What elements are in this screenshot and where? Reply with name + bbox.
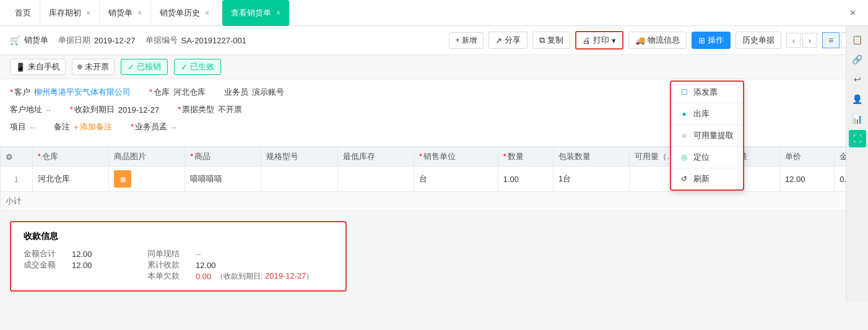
col-quantity: 数量 [498, 147, 553, 167]
row-product: 嘻嘻嘻嘻 [185, 167, 261, 192]
warehouse-field: 仓库 河北仓库 [149, 87, 206, 98]
salesperson-value: 演示账号 [252, 87, 284, 98]
due-date-field: 收款到期日 2019-12-27 [70, 104, 160, 115]
tab-view-sales-order[interactable]: 查看销货单 × [222, 0, 290, 26]
list-view-button[interactable]: ≡ [822, 32, 840, 48]
row-quantity: 1.00 [498, 167, 553, 192]
doc-actions: + 新增 ↗ 分享 ⧉ 复制 🖨 打印 ▾ 🚚 物流信息 [449, 31, 858, 50]
status-bar: 📱 来自手机 未开票 ✓ 已核销 ✓ 已生效 [0, 55, 868, 79]
customer-value[interactable]: 柳州粤港平安气体有限公司 [34, 87, 131, 98]
row-product-img: ▦ [109, 167, 185, 192]
effective-icon: ✓ [181, 63, 188, 72]
sidebar-icon-doc[interactable]: 📋 [849, 31, 866, 48]
mobile-icon: 📱 [15, 63, 25, 72]
prev-button[interactable]: ‹ [786, 33, 801, 48]
new-button[interactable]: + 新增 [449, 32, 484, 49]
menu-add-invoice[interactable]: ☐ 添发票 [671, 82, 743, 103]
content-inner: 🛒 销货单 单据日期 2019-12-27 单据编号 SA-20191227-0… [0, 26, 868, 302]
tab-bar: 首页 库存期初 × 销货单 × 销货单历史 × 查看销货单 × × [0, 0, 868, 26]
doc-number-field: 单据编号 SA-20191227-001 [145, 35, 247, 46]
menu-outbound[interactable]: ● 出库 [671, 103, 743, 124]
doc-date-field: 单据日期 2019-12-27 [58, 35, 136, 46]
tab-sales-order-history[interactable]: 销货单历史 × [151, 0, 219, 26]
col-product-img: 商品图片 [109, 147, 185, 167]
verified-badge[interactable]: ✓ 已核销 [121, 59, 168, 75]
add-note-button[interactable]: 添加备注 [74, 121, 113, 132]
summary-title: 收款信息 [24, 231, 333, 242]
right-sidebar: 📋 🔗 ↩ 👤 📊 ⛶ [846, 26, 868, 302]
summary-area: 收款信息 金额合计 12.00 同单现结 -- 成交金额 12.00 [0, 211, 868, 302]
menu-refresh[interactable]: ↺ 刷新 [671, 168, 743, 189]
col-settings[interactable]: ⚙ [1, 147, 33, 167]
share-button[interactable]: ↗ 分享 [488, 32, 527, 49]
print-button[interactable]: 🖨 打印 ▾ [575, 31, 623, 50]
tab-close-view-sales-order[interactable]: × [276, 9, 280, 17]
tab-home[interactable]: 首页 [6, 0, 40, 26]
col-spec: 规格型号 [261, 147, 337, 167]
menu-locate[interactable]: ◎ 定位 [671, 147, 743, 168]
sidebar-icon-link[interactable]: 🔗 [849, 51, 866, 68]
effective-badge[interactable]: ✓ 已生效 [174, 59, 221, 75]
row-unit: 台 [414, 167, 498, 192]
customer-field: 客户 柳州粤港平安气体有限公司 [10, 87, 131, 98]
row-num: 1 [1, 167, 33, 192]
notes-field: 备注 添加备注 [54, 121, 113, 132]
available-icon: ○ [680, 131, 688, 140]
from-mobile-button[interactable]: 📱 来自手机 [10, 59, 66, 75]
share-icon: ↗ [495, 36, 502, 45]
row-unit-price: 12.00 [779, 167, 834, 192]
col-product: 商品 [185, 147, 261, 167]
number-label: 单据编号 [145, 35, 178, 46]
pagination-arrows: ‹ › [786, 33, 817, 48]
tab-close-sales-order-history[interactable]: × [205, 9, 209, 17]
logistics-button[interactable]: 🚚 物流信息 [628, 32, 687, 49]
number-value: SA-20191227-001 [181, 36, 247, 45]
tab-inventory-init[interactable]: 库存期初 × [40, 0, 100, 26]
deal-amount-row: 成交金额 12.00 [24, 259, 147, 271]
date-label: 单据日期 [58, 35, 90, 46]
tab-close-inventory-init[interactable]: × [86, 9, 90, 17]
invoice-status-button[interactable]: 未开票 [72, 59, 115, 75]
same-order-settle-row: 同单现结 -- [147, 248, 333, 259]
sidebar-icon-user[interactable]: 👤 [849, 90, 866, 108]
project-field: 项目 -- [10, 121, 35, 132]
locate-icon: ◎ [680, 153, 688, 162]
history-button[interactable]: 历史单据 [736, 32, 781, 49]
sidebar-icon-chart[interactable]: 📊 [849, 110, 866, 128]
col-min-stock: 最低库存 [337, 147, 414, 167]
tab-close-sales-order[interactable]: × [137, 9, 142, 17]
date-value: 2019-12-27 [94, 36, 136, 45]
row-spec [261, 167, 337, 192]
doc-title: 🛒 销货单 [10, 35, 48, 46]
ticket-field: 票据类型 不开票 [178, 104, 242, 115]
warehouse-value: 河北仓库 [173, 87, 206, 98]
row-min-stock [337, 167, 414, 192]
salesperson2-value: -- [171, 123, 176, 132]
doc-header: 🛒 销货单 单据日期 2019-12-27 单据编号 SA-20191227-0… [0, 26, 868, 55]
menu-available-extract[interactable]: ○ 可用量提取 [671, 125, 743, 146]
sidebar-icon-back[interactable]: ↩ [849, 71, 866, 88]
col-package-qty: 包装数量 [553, 147, 630, 167]
address-value: -- [46, 105, 51, 115]
print-icon: 🖨 [583, 36, 591, 45]
copy-icon: ⧉ [539, 35, 545, 45]
operation-icon: ⊞ [698, 36, 705, 45]
empty-row [24, 271, 147, 282]
ticket-value: 不开票 [218, 104, 242, 115]
next-button[interactable]: › [802, 33, 817, 48]
add-invoice-icon: ☐ [680, 88, 688, 97]
tab-sales-order[interactable]: 销货单 × [100, 0, 151, 26]
subtotal-row: 小计 [1, 192, 868, 211]
sales-order-icon: 🛒 [10, 35, 20, 45]
sidebar-icon-expand[interactable]: ⛶ [849, 130, 866, 147]
total-received-row: 累计收款 12.00 [147, 259, 333, 271]
balance-due-row: 本单欠款 0.00 （收款到期日: 2019-12-27） [147, 271, 333, 282]
doc-type-label: 销货单 [24, 35, 48, 46]
project-value: -- [30, 123, 35, 132]
salesperson-field: 业务员 演示账号 [224, 87, 284, 98]
salesperson2-field: 业务员孟 -- [131, 121, 176, 132]
operation-button[interactable]: ⊞ 操作 [692, 32, 731, 49]
window-close-button[interactable]: × [844, 7, 862, 19]
refresh-icon: ↺ [680, 175, 688, 183]
copy-button[interactable]: ⧉ 复制 [532, 32, 570, 49]
